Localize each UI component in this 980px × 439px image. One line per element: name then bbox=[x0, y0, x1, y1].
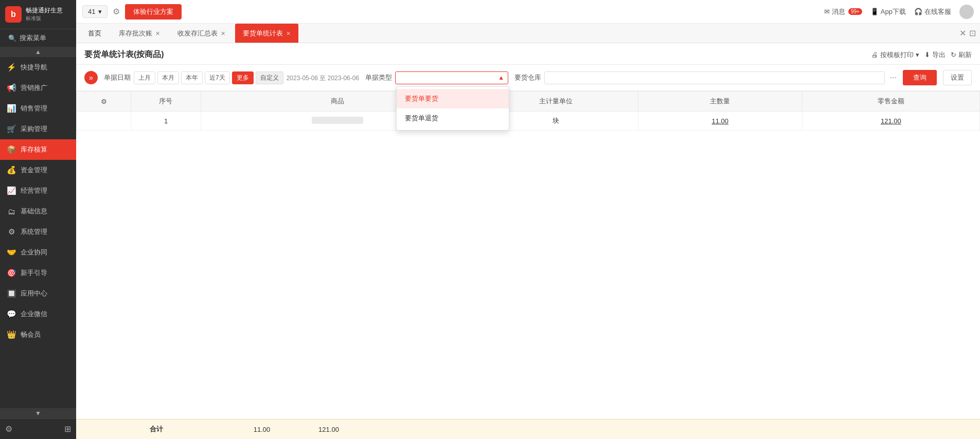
finance-icon: 💰 bbox=[6, 165, 16, 175]
date-btn-custom[interactable]: 自定义 bbox=[256, 71, 283, 84]
scroll-down-btn[interactable]: ▼ bbox=[0, 408, 76, 418]
table-footer: 合计 11.00 121.00 bbox=[76, 419, 980, 439]
search-label: 搜索菜单 bbox=[20, 33, 46, 43]
tab-requisition-stats-label: 要货单统计表 bbox=[243, 29, 283, 38]
logo-name: 畅捷通好生意 bbox=[26, 7, 63, 15]
footer-amount: 121.00 bbox=[295, 426, 362, 433]
filter-expand-button[interactable]: » bbox=[84, 71, 98, 84]
quick-nav-icon: ⚡ bbox=[6, 62, 16, 72]
print-caret: ▾ bbox=[916, 51, 919, 59]
basic-icon: 🗂 bbox=[6, 206, 16, 216]
topbar-settings-icon[interactable]: ⚙ bbox=[113, 7, 120, 16]
print-icon: 🖨 bbox=[871, 51, 878, 59]
table-head: ⚙ 序号 商品 主计量单位 主数量 零售金额 bbox=[77, 92, 980, 112]
online-service-btn[interactable]: 🎧 在线客服 bbox=[914, 7, 951, 16]
date-btn-group: 上月 本月 本年 近7天 更多 自定义 bbox=[134, 71, 283, 84]
app-download-label: App下载 bbox=[881, 7, 906, 16]
trial-button[interactable]: 体验行业方案 bbox=[125, 4, 182, 20]
filter-bar: » 单据日期 上月 本月 本年 近7天 更多 自定义 2023-05-06 至 … bbox=[76, 65, 980, 91]
sidebar-item-quick-nav[interactable]: ⚡ 快捷导航 bbox=[0, 57, 76, 78]
nav-label-system: 系统管理 bbox=[21, 227, 47, 236]
date-btn-this-year[interactable]: 本年 bbox=[181, 71, 203, 84]
tabs-close-all-icon[interactable]: ✕ bbox=[959, 28, 966, 38]
topbar: 41 ▾ ⚙ 体验行业方案 ✉ 消息 99+ 📱 App下载 🎧 在线客服 bbox=[76, 0, 980, 24]
export-action[interactable]: ⬇ 导出 bbox=[924, 50, 946, 60]
type-select-wrapper: ▲ bbox=[395, 71, 508, 84]
tabs-bar: 首页 库存批次账 ✕ 收发存汇总表 ✕ 要货单统计表 ✕ ✕ ⊡ bbox=[76, 24, 980, 43]
sidebar-search[interactable]: 🔍 搜索菜单 bbox=[0, 29, 76, 47]
goods-placeholder bbox=[312, 117, 363, 124]
dropdown-item-return-goods[interactable]: 要货单退货 bbox=[397, 108, 509, 128]
tab-shipment-summary[interactable]: 收发存汇总表 ✕ bbox=[170, 24, 233, 43]
date-btn-this-month[interactable]: 本月 bbox=[157, 71, 179, 84]
col-settings[interactable]: ⚙ bbox=[77, 92, 131, 112]
content-area: 要货单统计表(按商品) 🖨 按模板打印 ▾ ⬇ 导出 ↻ 刷新 » bbox=[76, 43, 980, 439]
type-select-input[interactable] bbox=[395, 71, 508, 84]
row-qty: 11.00 bbox=[638, 112, 802, 131]
tab-batch-ledger[interactable]: 库存批次账 ✕ bbox=[111, 24, 168, 43]
collapse-sidebar-icon[interactable]: ⊞ bbox=[64, 424, 71, 434]
print-action[interactable]: 🖨 按模板打印 ▾ bbox=[871, 50, 919, 60]
col-num: 序号 bbox=[131, 92, 201, 112]
sidebar-item-inventory[interactable]: 📦 库存核算 bbox=[0, 139, 76, 160]
topbar-left: 41 ▾ ⚙ 体验行业方案 bbox=[82, 4, 182, 20]
sidebar-item-finance[interactable]: 💰 资金管理 bbox=[0, 160, 76, 180]
nav-label-guide: 新手引导 bbox=[21, 268, 47, 278]
nav-label-inventory: 库存核算 bbox=[21, 145, 47, 154]
sidebar: b 畅捷通好生意 标准版 🔍 搜索菜单 ▲ ⚡ 快捷导航 📢 营销推广 📊 销售… bbox=[0, 0, 76, 439]
table-area: ⚙ 序号 商品 主计量单位 主数量 零售金额 1 bbox=[76, 91, 980, 419]
date-btn-more[interactable]: 更多 bbox=[232, 71, 254, 84]
footer-qty: 11.00 bbox=[228, 426, 295, 433]
date-btn-last-7days[interactable]: 近7天 bbox=[205, 71, 230, 84]
tab-requisition-stats[interactable]: 要货单统计表 ✕ bbox=[235, 24, 298, 43]
sidebar-item-app-center[interactable]: 🔲 应用中心 bbox=[0, 283, 76, 304]
nav-label-app-center: 应用中心 bbox=[21, 289, 47, 298]
tabs-controls: ✕ ⊡ bbox=[959, 28, 976, 38]
nav-label-sales: 销售管理 bbox=[21, 104, 47, 113]
phone-icon: 📱 bbox=[870, 8, 879, 15]
user-avatar[interactable] bbox=[959, 5, 974, 19]
query-button[interactable]: 查询 bbox=[903, 70, 937, 85]
settings-button[interactable]: 设置 bbox=[943, 70, 972, 85]
app-download-btn[interactable]: 📱 App下载 bbox=[870, 7, 906, 16]
tab-requisition-stats-close[interactable]: ✕ bbox=[286, 30, 291, 37]
sidebar-item-sales[interactable]: 📊 销售管理 bbox=[0, 98, 76, 119]
nav-label-operations: 经营管理 bbox=[21, 186, 47, 195]
sidebar-item-wechat[interactable]: 💬 企业微信 bbox=[0, 304, 76, 324]
tab-home[interactable]: 首页 bbox=[80, 24, 109, 43]
settings-bottom-icon[interactable]: ⚙ bbox=[5, 424, 12, 434]
sidebar-logo: b 畅捷通好生意 标准版 bbox=[0, 0, 76, 29]
tab-shipment-summary-close[interactable]: ✕ bbox=[221, 30, 225, 37]
message-btn[interactable]: ✉ 消息 99+ bbox=[824, 7, 862, 16]
message-label: 消息 bbox=[832, 7, 845, 16]
sidebar-item-system[interactable]: ⚙ 系统管理 bbox=[0, 222, 76, 242]
col-qty: 主数量 bbox=[638, 92, 802, 112]
sidebar-item-vip[interactable]: 👑 畅会员 bbox=[0, 324, 76, 345]
online-service-label: 在线客服 bbox=[924, 7, 951, 16]
dropdown-item-order-goods[interactable]: 要货单要货 bbox=[397, 89, 509, 108]
tab-batch-ledger-close[interactable]: ✕ bbox=[155, 30, 160, 37]
data-table: ⚙ 序号 商品 主计量单位 主数量 零售金额 1 bbox=[76, 91, 980, 131]
scroll-up-btn[interactable]: ▲ bbox=[0, 47, 76, 57]
refresh-action[interactable]: ↻ 刷新 bbox=[951, 50, 972, 60]
sidebar-item-enterprise[interactable]: 🤝 企业协同 bbox=[0, 242, 76, 263]
refresh-icon: ↻ bbox=[951, 51, 956, 59]
warehouse-input[interactable] bbox=[544, 71, 885, 84]
sidebar-item-marketing[interactable]: 📢 营销推广 bbox=[0, 78, 76, 98]
sidebar-item-operations[interactable]: 📈 经营管理 bbox=[0, 180, 76, 201]
sidebar-item-basic[interactable]: 🗂 基础信息 bbox=[0, 201, 76, 222]
col-amount: 零售金额 bbox=[802, 92, 979, 112]
logo-sub: 标准版 bbox=[26, 15, 63, 22]
message-badge: 99+ bbox=[848, 8, 862, 15]
topbar-id: 41 ▾ bbox=[82, 5, 108, 18]
more-options-btn[interactable]: ··· bbox=[890, 73, 897, 82]
message-icon: ✉ bbox=[824, 8, 830, 15]
page-title: 要货单统计表(按商品) bbox=[84, 49, 164, 60]
sidebar-item-purchase[interactable]: 🛒 采购管理 bbox=[0, 119, 76, 139]
tabs-expand-icon[interactable]: ⊡ bbox=[969, 28, 976, 38]
system-icon: ⚙ bbox=[6, 227, 16, 237]
tab-home-label: 首页 bbox=[88, 29, 101, 38]
sidebar-item-guide[interactable]: 🎯 新手引导 bbox=[0, 263, 76, 283]
refresh-label: 刷新 bbox=[958, 50, 972, 60]
date-btn-last-month[interactable]: 上月 bbox=[134, 71, 155, 84]
